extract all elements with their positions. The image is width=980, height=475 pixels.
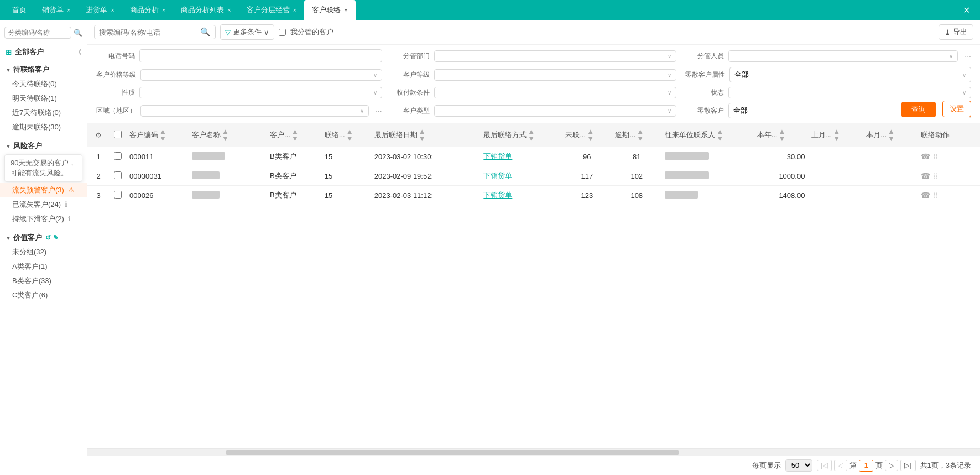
window-close-button[interactable]: ✕	[957, 5, 976, 15]
row3-more-icon[interactable]: ⁞⁞	[934, 191, 938, 200]
tab-sales-label: 销货单	[42, 5, 64, 15]
col-no-contact-header: 未联... ▲▼	[562, 123, 612, 147]
sidebar-item-7days[interactable]: 近7天待联络(0)	[0, 106, 87, 120]
search-bar: 🔍 ▽ 更多条件 ∨ 我分管的客户 ⤓ 导出	[87, 20, 980, 45]
filter-payment-select[interactable]: ∨	[434, 87, 677, 98]
row3-no-contact: 123	[562, 186, 612, 205]
filter-status-select[interactable]: ∨	[728, 87, 971, 98]
filter-person-select[interactable]: ∨	[728, 50, 958, 62]
filter-zero-attr-label: 零散客户属性	[685, 70, 725, 80]
first-page-button[interactable]: |◁	[817, 460, 832, 471]
sidebar-group-pending-title[interactable]: ▼ 待联络客户	[0, 62, 87, 77]
export-button[interactable]: ⤓ 导出	[939, 24, 973, 40]
row2-checkbox[interactable]	[114, 171, 122, 179]
customer-level-dropdown-icon: ∨	[668, 72, 671, 78]
sidebar-search-input[interactable]	[4, 27, 71, 39]
horizontal-scrollbar[interactable]	[87, 448, 980, 455]
filter-price-level-select[interactable]: ∨	[140, 69, 382, 81]
page-label: 第	[849, 461, 857, 471]
tab-sales-close[interactable]: ×	[67, 7, 70, 13]
row1-more-icon[interactable]: ⁞⁞	[934, 152, 938, 161]
all-customers-label: 全部客户	[15, 47, 44, 57]
prev-page-button[interactable]: ◁	[834, 460, 847, 471]
sidebar-all-customers[interactable]: ⊞ 全部客户 《	[0, 44, 87, 60]
scrollbar-thumb[interactable]	[226, 450, 679, 455]
last-page-button[interactable]: ▷|	[900, 460, 915, 471]
sidebar-item-churn-warning[interactable]: 流失预警客户(3) ⚠	[0, 183, 87, 197]
sidebar-item-c-class[interactable]: C类客户(6)	[0, 288, 87, 302]
tab-analysis-list-close[interactable]: ×	[227, 7, 231, 13]
person-more-icon[interactable]: ···	[965, 51, 971, 60]
row1-cur-month	[863, 147, 918, 166]
sidebar-search-icon[interactable]: 🔍	[74, 29, 82, 37]
filter-zero-attr: 零散客户属性 全部 ∨	[685, 67, 971, 82]
edit-icon[interactable]: ✎	[53, 234, 59, 242]
filter-status: 状态 ∨	[685, 87, 971, 98]
select-all-checkbox[interactable]	[114, 131, 122, 138]
tab-purchase[interactable]: 进货单 ×	[78, 0, 122, 20]
row2-more-icon[interactable]: ⁞⁞	[934, 171, 938, 180]
row2-type: B类客户	[267, 166, 321, 186]
filter-gender-select[interactable]: ∨	[139, 87, 382, 98]
sidebar-group-risk-title[interactable]: ▼ 风险客户	[0, 139, 87, 153]
row3-contact-icon[interactable]: ☎	[921, 191, 930, 200]
sidebar-item-overdue[interactable]: 逾期未联络(30)	[0, 120, 87, 134]
filter-phone-input[interactable]	[139, 49, 382, 62]
arrow-down-icon: ▼	[6, 67, 11, 73]
tab-customer-contact-close[interactable]: ×	[344, 7, 347, 13]
tab-customer-tier[interactable]: 客户分层经营 ×	[239, 0, 304, 20]
per-page-select[interactable]: 50	[785, 459, 812, 472]
sidebar-item-tomorrow[interactable]: 明天待联络(1)	[0, 91, 87, 106]
table-row: 2 00030031 B类客户 15 2023-02-09 19:52: 下销货…	[87, 166, 980, 186]
row2-code: 00030031	[126, 166, 189, 186]
row3-checkbox[interactable]	[114, 191, 122, 199]
col-last-date-header: 最后联络日期 ▲▼	[371, 123, 481, 147]
gear-icon-th[interactable]: ⚙	[95, 131, 102, 139]
search-button[interactable]: 🔍	[200, 27, 211, 37]
tab-customer-contact[interactable]: 客户联络 ×	[304, 0, 355, 20]
sidebar-group-value-title[interactable]: ▼ 价值客户 ↺ ✎	[0, 231, 87, 245]
row1-way[interactable]: 下销货单	[480, 147, 562, 166]
row2-last-month	[808, 166, 863, 186]
filter-payment: 收付款条件 ∨	[391, 87, 677, 98]
setting-button[interactable]: 设置	[942, 101, 971, 117]
query-button[interactable]: 查询	[901, 102, 936, 117]
zero-attr-dropdown-icon: ∨	[962, 72, 966, 78]
tab-analysis[interactable]: 商品分析 ×	[122, 0, 173, 20]
refresh-icon[interactable]: ↺	[45, 234, 51, 242]
my-customer-check-wrap[interactable]: 我分管的客户	[279, 27, 333, 37]
sidebar-item-ungroup[interactable]: 未分组(32)	[0, 245, 87, 259]
row3-way[interactable]: 下销货单	[480, 186, 562, 205]
sidebar-item-churned[interactable]: 已流失客户(24) ℹ	[0, 197, 87, 212]
row1-checkbox[interactable]	[114, 152, 122, 160]
tab-sales[interactable]: 销货单 ×	[34, 0, 78, 20]
sidebar-item-b-class[interactable]: B类客户(33)	[0, 274, 87, 288]
row2-contact-icon[interactable]: ☎	[921, 171, 930, 180]
row2-way[interactable]: 下销货单	[480, 166, 562, 186]
sidebar-item-today[interactable]: 今天待联络(0)	[0, 77, 87, 91]
filter-zero-attr-select[interactable]: 全部 ∨	[729, 67, 971, 82]
filter-dept-select[interactable]: ∨	[434, 50, 677, 62]
collapse-icon[interactable]: 《	[75, 48, 81, 56]
tab-customer-tier-close[interactable]: ×	[293, 7, 296, 13]
filter-more-button[interactable]: ▽ 更多条件 ∨	[220, 24, 274, 40]
sidebar-item-a-class[interactable]: A类客户(1)	[0, 259, 87, 274]
search-input[interactable]	[99, 28, 200, 36]
my-customer-label: 我分管的客户	[290, 27, 333, 37]
sidebar-item-declining[interactable]: 持续下滑客户(2) ℹ	[0, 212, 87, 226]
filter-customer-level-select[interactable]: ∨	[434, 69, 677, 81]
area-more-icon[interactable]: ···	[376, 106, 382, 115]
next-page-button[interactable]: ▷	[885, 460, 898, 471]
filter-area: 区域（地区） ∨ ···	[96, 103, 382, 118]
tab-analysis-close[interactable]: ×	[162, 7, 165, 13]
tab-purchase-close[interactable]: ×	[111, 7, 114, 13]
filter-area-select[interactable]: ∨	[140, 105, 369, 117]
row1-no-contact: 96	[562, 147, 612, 166]
my-customer-checkbox[interactable]	[279, 29, 286, 36]
filter-phone-label: 电话号码	[96, 51, 135, 61]
row1-contact-icon[interactable]: ☎	[921, 152, 930, 161]
tab-home[interactable]: 首页	[4, 0, 34, 20]
filter-customer-type-select[interactable]: ∨	[434, 105, 677, 117]
tab-analysis-list[interactable]: 商品分析列表 ×	[173, 0, 238, 20]
sidebar: 🔍 ⊞ 全部客户 《 ▼ 待联络客户 今天待联络(0) 明天待联络(1) 近7天…	[0, 20, 87, 475]
